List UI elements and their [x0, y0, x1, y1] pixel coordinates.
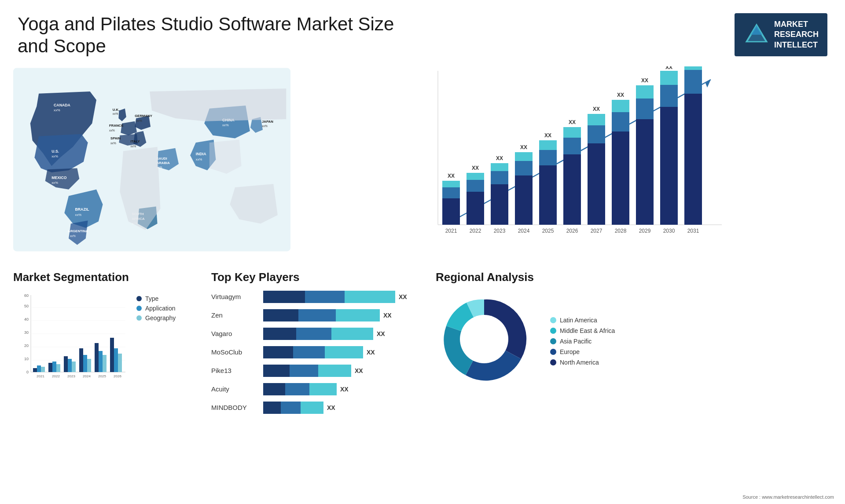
svg-text:2026: 2026: [566, 228, 578, 234]
player-bar-dark: [263, 365, 290, 377]
svg-rect-117: [64, 356, 68, 372]
svg-rect-77: [612, 100, 629, 112]
logo-icon: [743, 22, 770, 48]
player-bar-dark: [263, 291, 305, 303]
svg-rect-52: [491, 163, 508, 171]
svg-rect-81: [636, 99, 654, 119]
svg-text:xx%: xx%: [136, 119, 142, 122]
segmentation-section: Market Segmentation 0 10 20 30 40 50 60: [9, 266, 194, 424]
segmentation-legend: Type Application Geography: [136, 295, 176, 321]
svg-text:2021: 2021: [445, 228, 457, 234]
player-row-mindbody: MINDBODY XX: [211, 402, 414, 414]
logo-area: MARKET RESEARCH INTELLECT: [735, 13, 827, 56]
svg-rect-70: [588, 143, 605, 225]
svg-text:20: 20: [24, 343, 29, 348]
player-bar-dark: [263, 328, 296, 340]
svg-text:xx%: xx%: [75, 213, 82, 217]
svg-rect-46: [467, 180, 484, 192]
player-bars-pike13: XX: [263, 365, 414, 377]
svg-text:U.K.: U.K.: [113, 107, 119, 111]
player-name-mindbody: MINDBODY: [211, 404, 260, 411]
player-bar-mid: [281, 402, 301, 414]
player-bar-light: [331, 328, 373, 340]
svg-rect-114: [52, 362, 56, 372]
north-america-dot: [550, 359, 556, 365]
svg-rect-109: [33, 368, 37, 372]
player-value: XX: [399, 293, 407, 300]
player-bar-mid: [296, 328, 331, 340]
svg-text:2026: 2026: [114, 374, 121, 378]
growth-chart: XX 2021 XX 2022 XX 2023 XX 2024 XX: [312, 66, 827, 251]
svg-text:2029: 2029: [639, 228, 651, 234]
regional-section: Regional Analysis: [431, 266, 836, 424]
svg-text:xx%: xx%: [70, 234, 76, 237]
svg-text:xx%: xx%: [109, 129, 115, 132]
europe-dot: [550, 349, 556, 355]
svg-text:FRANCE: FRANCE: [109, 124, 123, 128]
svg-text:60: 60: [24, 293, 29, 298]
geography-dot: [136, 315, 142, 321]
middle-east-africa-label: Middle East & Africa: [560, 327, 615, 334]
svg-text:50: 50: [24, 304, 29, 308]
svg-rect-90: [684, 94, 702, 225]
svg-text:XX: XX: [496, 155, 503, 161]
player-value: XX: [383, 312, 392, 319]
svg-rect-123: [87, 359, 91, 372]
regional-title: Regional Analysis: [436, 270, 832, 284]
legend-north-america: North America: [550, 359, 615, 366]
svg-text:xx%: xx%: [222, 123, 229, 127]
svg-rect-42: [442, 181, 460, 187]
svg-text:XX: XX: [569, 119, 576, 125]
svg-rect-61: [539, 150, 557, 165]
growth-chart-section: XX 2021 XX 2022 XX 2023 XX 2024 XX: [304, 62, 836, 257]
svg-text:SAUDI: SAUDI: [157, 157, 167, 161]
middle-east-africa-dot: [550, 328, 556, 334]
player-bars-acuity: XX: [263, 383, 414, 395]
svg-rect-131: [118, 354, 122, 372]
svg-text:xx%: xx%: [51, 154, 58, 158]
player-value: XX: [327, 404, 335, 411]
player-bar-light: [336, 309, 380, 321]
page-title: Yoga and Pilates Studio Software Market …: [18, 13, 414, 58]
svg-rect-110: [37, 365, 41, 372]
donut-chart: [436, 291, 533, 387]
application-dot: [136, 306, 142, 311]
svg-text:XX: XX: [617, 92, 624, 98]
svg-rect-51: [491, 171, 508, 184]
player-value: XX: [355, 367, 363, 374]
svg-text:XX: XX: [472, 165, 479, 171]
header: Yoga and Pilates Studio Software Market …: [0, 0, 845, 62]
svg-rect-126: [99, 351, 103, 372]
svg-text:2023: 2023: [67, 374, 75, 378]
svg-text:INDIA: INDIA: [196, 152, 206, 156]
svg-rect-50: [491, 184, 508, 225]
player-name-acuity: Acuity: [211, 385, 260, 393]
svg-text:U.S.: U.S.: [51, 149, 59, 153]
player-bar-light: [325, 346, 363, 358]
svg-text:2030: 2030: [663, 228, 675, 234]
player-bar-mid: [285, 383, 309, 395]
svg-text:XX: XX: [520, 144, 527, 150]
svg-rect-113: [48, 363, 52, 372]
player-name-virtuagym: Virtuagym: [211, 293, 260, 300]
svg-text:xx%: xx%: [262, 124, 268, 128]
svg-text:xx%: xx%: [51, 181, 58, 185]
regional-inner: Latin America Middle East & Africa Asia …: [436, 291, 832, 387]
player-bar-dark: [263, 309, 298, 321]
svg-rect-85: [660, 107, 678, 225]
player-bar-mid: [298, 309, 336, 321]
logo-text: MARKET RESEARCH INTELLECT: [774, 19, 819, 50]
player-row-pike13: Pike13 XX: [211, 365, 414, 377]
player-bar-mid: [305, 291, 345, 303]
player-bar-light: [345, 291, 395, 303]
svg-text:2024: 2024: [83, 374, 91, 378]
svg-rect-62: [539, 140, 557, 150]
world-map-section: CANADA xx% U.S. xx% MEXICO xx% BRAZIL xx…: [9, 62, 295, 257]
svg-text:2028: 2028: [615, 228, 627, 234]
europe-label: Europe: [560, 348, 580, 355]
svg-rect-122: [83, 355, 87, 372]
svg-rect-80: [636, 119, 654, 225]
svg-rect-60: [539, 165, 557, 225]
svg-rect-115: [56, 364, 60, 372]
player-bar-dark: [263, 402, 281, 414]
